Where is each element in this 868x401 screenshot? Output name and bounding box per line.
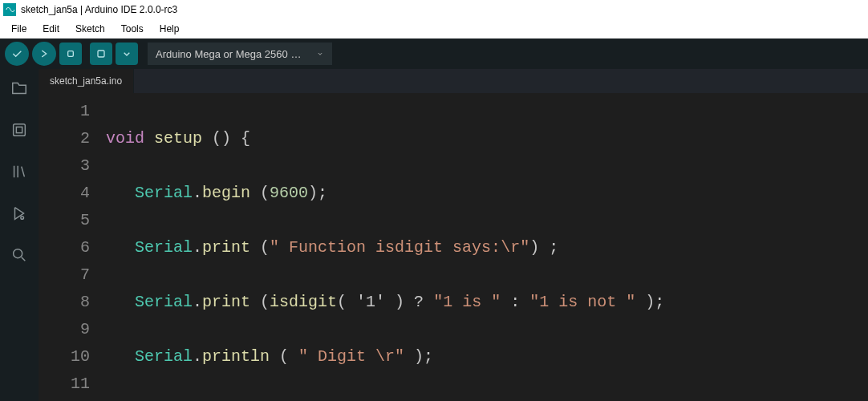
activity-bar bbox=[0, 69, 39, 401]
svg-rect-1 bbox=[98, 51, 104, 57]
line-number: 8 bbox=[43, 289, 90, 316]
code-line: Serial.begin (9600); bbox=[106, 180, 868, 207]
menubar: File Edit Sketch Tools Help bbox=[0, 19, 868, 38]
code-line: Serial.print ("Function isdigit says :\r… bbox=[106, 398, 868, 401]
explorer-icon[interactable] bbox=[6, 75, 32, 101]
editor-area: sketch_jan5a.ino 1 2 3 4 5 6 7 8 9 10 11… bbox=[39, 69, 868, 401]
dropdown-button[interactable] bbox=[116, 43, 138, 65]
search-icon[interactable] bbox=[6, 242, 32, 268]
tabbar: sketch_jan5a.ino bbox=[39, 69, 868, 93]
code-line: void setup () { bbox=[106, 125, 868, 152]
code-content[interactable]: void setup () { Serial.begin (9600); Ser… bbox=[106, 93, 868, 401]
menu-help[interactable]: Help bbox=[152, 20, 188, 38]
chevron-down-icon bbox=[316, 48, 324, 60]
code-line: Serial.println ( " Digit \r" ); bbox=[106, 343, 868, 371]
tab-label: sketch_jan5a.ino bbox=[50, 75, 122, 87]
line-number: 4 bbox=[43, 180, 90, 207]
svg-line-6 bbox=[22, 257, 26, 261]
svg-point-4 bbox=[21, 217, 24, 220]
boards-manager-icon[interactable] bbox=[6, 117, 32, 143]
app-icon bbox=[3, 3, 16, 16]
line-number: 9 bbox=[43, 316, 90, 343]
menu-tools[interactable]: Tools bbox=[113, 20, 152, 38]
menu-edit[interactable]: Edit bbox=[34, 20, 67, 38]
line-number: 11 bbox=[43, 371, 90, 398]
line-number: 6 bbox=[43, 234, 90, 261]
code-line: Serial.print (" Function isdigit says:\r… bbox=[106, 234, 868, 261]
board-selector-label: Arduino Mega or Mega 2560 … bbox=[156, 48, 301, 60]
gutter: 1 2 3 4 5 6 7 8 9 10 11 bbox=[39, 93, 106, 401]
library-manager-icon[interactable] bbox=[6, 159, 32, 184]
line-number: 2 bbox=[43, 125, 90, 152]
line-number: 10 bbox=[43, 343, 90, 371]
upload-button[interactable] bbox=[32, 42, 56, 66]
board-selector[interactable]: Arduino Mega or Mega 2560 … bbox=[148, 43, 332, 65]
code-editor[interactable]: 1 2 3 4 5 6 7 8 9 10 11 void setup () { … bbox=[39, 93, 868, 401]
code-line: Serial.print (isdigit( '1' ) ? "1 is " :… bbox=[106, 289, 868, 316]
debug-icon[interactable] bbox=[6, 200, 32, 226]
svg-rect-3 bbox=[16, 127, 22, 132]
line-number: 1 bbox=[43, 98, 90, 125]
verify-button[interactable] bbox=[5, 42, 29, 66]
line-number: 7 bbox=[43, 261, 90, 289]
svg-point-5 bbox=[14, 249, 22, 258]
menu-sketch[interactable]: Sketch bbox=[67, 20, 113, 38]
debug-button[interactable] bbox=[59, 43, 82, 65]
menu-file[interactable]: File bbox=[3, 20, 34, 38]
tab-sketch[interactable]: sketch_jan5a.ino bbox=[39, 69, 134, 93]
window-title: sketch_jan5a | Arduino IDE 2.0.0-rc3 bbox=[21, 4, 177, 15]
svg-rect-0 bbox=[68, 51, 74, 57]
svg-rect-2 bbox=[14, 124, 26, 136]
line-number: 3 bbox=[43, 152, 90, 180]
toolbar: Arduino Mega or Mega 2560 … bbox=[0, 38, 868, 69]
more-button[interactable] bbox=[90, 43, 112, 65]
line-number: 5 bbox=[43, 207, 90, 234]
titlebar: sketch_jan5a | Arduino IDE 2.0.0-rc3 bbox=[0, 0, 868, 19]
